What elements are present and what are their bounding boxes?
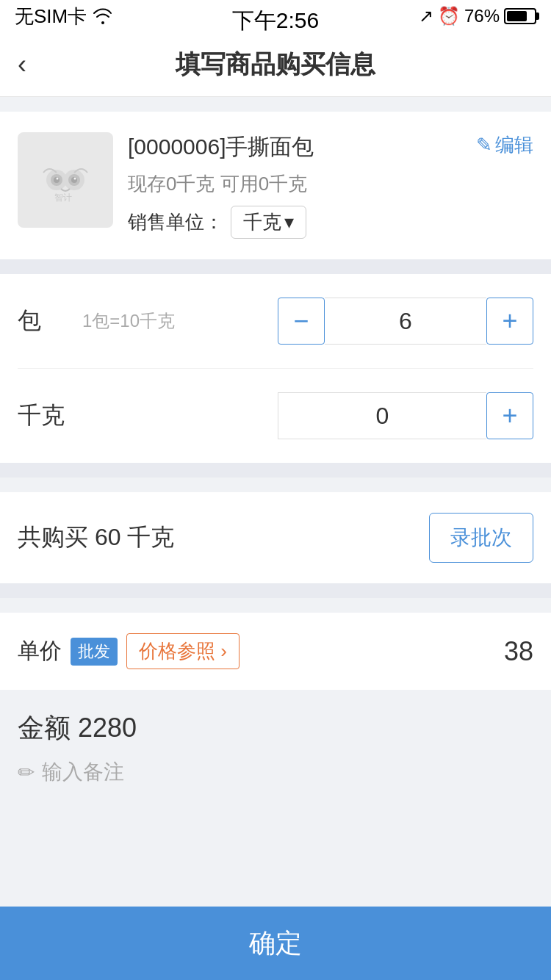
kg-label: 千克 xyxy=(18,400,76,432)
total-section: 共购买 60 千克 录批次 xyxy=(0,492,551,583)
amount-value: 2280 xyxy=(78,713,137,743)
separator-1 xyxy=(0,259,551,274)
status-left: 无SIM卡 xyxy=(15,4,113,29)
kg-plus-button[interactable]: + xyxy=(486,392,533,439)
amount-section: 金额 2280 ✏ 输入备注 xyxy=(0,690,551,801)
total-text: 共购买 60 千克 xyxy=(18,522,174,554)
status-time: 下午2:56 xyxy=(232,6,319,36)
kg-input-row: 千克 + xyxy=(18,369,533,463)
bao-input[interactable] xyxy=(325,298,486,345)
svg-text:智计: 智计 xyxy=(54,192,72,202)
price-left: 单价 批发 价格参照 › xyxy=(18,633,240,669)
kg-controls: + xyxy=(278,392,533,439)
nav-bar: ‹ 填写商品购买信息 xyxy=(0,32,551,97)
edit-link[interactable]: ✎ 编辑 xyxy=(476,132,533,158)
confirm-wrapper: 确定 xyxy=(0,907,551,980)
bao-minus-button[interactable]: − xyxy=(278,298,325,345)
unit-value: 千克 xyxy=(243,209,281,235)
battery-fill xyxy=(507,11,527,21)
product-image: 智计 xyxy=(18,132,113,228)
bao-label: 包 xyxy=(18,305,76,337)
product-card: 智计 ✎ 编辑 [0000006]手撕面包 现存0千克 可用0千克 销售单位： … xyxy=(0,112,551,259)
bao-input-row: 包 1包=10千克 − + xyxy=(18,274,533,369)
amount-row: 金额 2280 xyxy=(18,710,533,746)
unit-selector[interactable]: 千克 ▾ xyxy=(231,206,306,239)
batch-button[interactable]: 录批次 xyxy=(429,513,533,563)
separator-2 xyxy=(0,463,551,478)
bao-hint: 1包=10千克 xyxy=(82,309,278,333)
status-bar: 无SIM卡 下午2:56 ↗ ⏰ 76% xyxy=(0,0,551,32)
product-name: [0000006]手撕面包 xyxy=(128,132,533,162)
dropdown-icon: ▾ xyxy=(284,211,294,234)
input-section: 包 1包=10千克 − + 千克 + xyxy=(0,274,551,463)
price-badge: 批发 xyxy=(71,638,118,666)
bao-plus-button[interactable]: + xyxy=(486,298,533,345)
kg-input[interactable] xyxy=(278,392,486,439)
product-info: ✎ 编辑 [0000006]手撕面包 现存0千克 可用0千克 销售单位： 千克 … xyxy=(128,132,533,239)
price-section: 单价 批发 价格参照 › 38 xyxy=(0,613,551,690)
amount-label: 金额 xyxy=(18,713,71,743)
carrier-label: 无SIM卡 xyxy=(15,4,87,29)
product-unit-row: 销售单位： 千克 ▾ xyxy=(128,206,533,239)
price-ref-button[interactable]: 价格参照 › xyxy=(126,633,240,669)
alarm-icon: ⏰ xyxy=(438,6,460,26)
unit-label: 销售单位： xyxy=(128,209,223,235)
edit-icon: ✎ xyxy=(476,134,492,156)
price-label: 单价 xyxy=(18,636,62,666)
product-stock: 现存0千克 可用0千克 xyxy=(128,171,533,197)
location-icon: ↗ xyxy=(419,6,433,26)
page-title: 填写商品购买信息 xyxy=(176,48,375,82)
status-right: ↗ ⏰ 76% xyxy=(419,6,536,26)
separator-3 xyxy=(0,583,551,598)
edit-label: 编辑 xyxy=(495,132,533,158)
battery-icon xyxy=(504,8,536,24)
battery-percent: 76% xyxy=(464,6,500,26)
svg-point-7 xyxy=(74,178,76,180)
confirm-button[interactable]: 确定 xyxy=(0,907,551,980)
wifi-icon xyxy=(93,8,113,24)
pencil-icon: ✏ xyxy=(18,760,35,785)
note-row[interactable]: ✏ 输入备注 xyxy=(18,758,533,786)
note-placeholder: 输入备注 xyxy=(42,758,124,786)
back-button[interactable]: ‹ xyxy=(18,49,26,80)
product-logo: 智计 xyxy=(36,158,95,202)
price-value: 38 xyxy=(504,636,533,667)
bao-controls: − + xyxy=(278,298,533,345)
svg-point-6 xyxy=(57,178,59,180)
